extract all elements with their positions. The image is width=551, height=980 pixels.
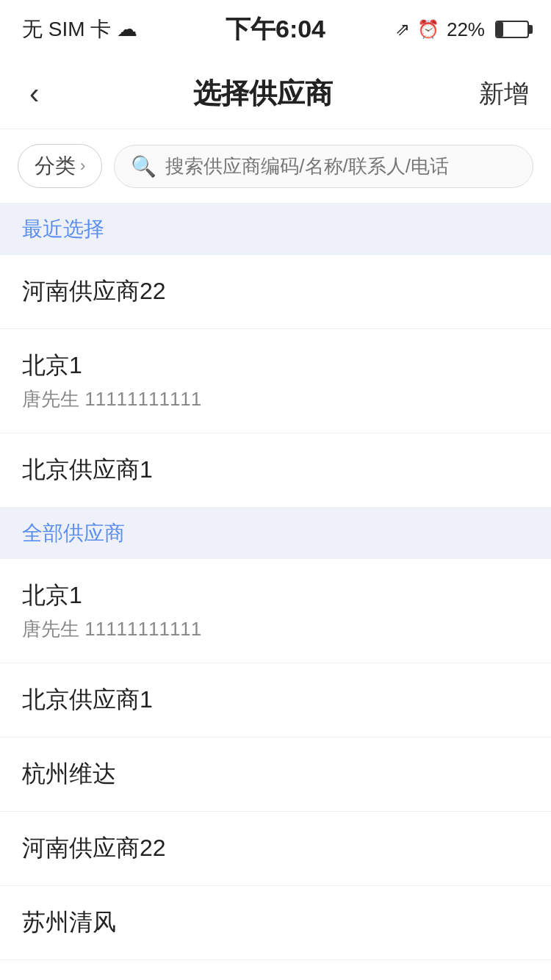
item-name: 北京供应商1 <box>22 684 529 716</box>
search-icon: 🔍 <box>131 154 156 179</box>
battery-icon <box>495 21 529 38</box>
recent-list: 河南供应商22北京1唐先生 11111111111北京供应商1 <box>0 255 551 508</box>
item-name: 苏州清风 <box>22 907 529 939</box>
filter-bar: 分类 › 🔍 <box>0 129 551 203</box>
status-time: 下午6:04 <box>226 12 325 46</box>
item-name: 北京供应商1 <box>22 454 529 486</box>
back-button[interactable]: ‹ <box>22 70 46 118</box>
item-name: 北京1 <box>22 580 529 612</box>
status-bar: 无 SIM 卡 ☁ 下午6:04 ⇗ ⏰ 22% <box>0 0 551 59</box>
recent-section-label: 最近选择 <box>22 217 104 240</box>
alarm-icon: ⏰ <box>417 19 439 40</box>
item-name: 河南供应商22 <box>22 275 529 308</box>
all-list: 北京1唐先生 11111111111北京供应商1杭州维达河南供应商22苏州清风 <box>0 559 551 960</box>
item-name: 杭州维达 <box>22 758 529 790</box>
item-sub: 唐先生 11111111111 <box>22 386 529 412</box>
add-button[interactable]: 新增 <box>479 77 529 111</box>
item-sub: 唐先生 11111111111 <box>22 616 529 642</box>
list-item[interactable]: 杭州维达 <box>0 738 551 812</box>
location-icon: ⇗ <box>395 19 410 40</box>
page-title: 选择供应商 <box>193 75 333 112</box>
status-right: ⇗ ⏰ 22% <box>395 18 529 41</box>
list-item[interactable]: 北京1唐先生 11111111111 <box>0 559 551 663</box>
status-left: 无 SIM 卡 ☁ <box>22 15 137 43</box>
search-box[interactable]: 🔍 <box>114 145 533 188</box>
list-item[interactable]: 北京1唐先生 11111111111 <box>0 329 551 433</box>
chevron-right-icon: › <box>80 156 85 176</box>
all-section-header: 全部供应商 <box>0 508 551 559</box>
no-sim-label: 无 SIM 卡 ☁ <box>22 15 137 43</box>
all-section-label: 全部供应商 <box>22 522 125 544</box>
list-item[interactable]: 河南供应商22 <box>0 255 551 329</box>
nav-bar: ‹ 选择供应商 新增 <box>0 59 551 129</box>
list-item[interactable]: 北京供应商1 <box>0 663 551 738</box>
recent-section-header: 最近选择 <box>0 203 551 255</box>
battery-percent: 22% <box>447 18 485 41</box>
list-item[interactable]: 河南供应商22 <box>0 812 551 886</box>
list-item[interactable]: 苏州清风 <box>0 886 551 960</box>
search-input[interactable] <box>165 155 516 178</box>
list-item[interactable]: 北京供应商1 <box>0 433 551 508</box>
item-name: 北京1 <box>22 350 529 382</box>
category-label: 分类 <box>35 152 76 180</box>
category-button[interactable]: 分类 › <box>18 144 102 188</box>
item-name: 河南供应商22 <box>22 832 529 865</box>
